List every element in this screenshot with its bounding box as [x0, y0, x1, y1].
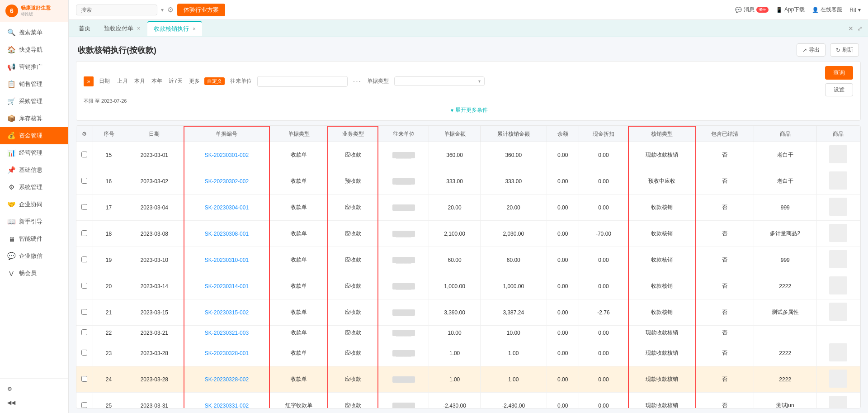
th-settings[interactable]: ⚙: [76, 126, 93, 142]
sidebar-bottom-settings[interactable]: ⚙: [0, 382, 68, 396]
cell-checkbox-7[interactable]: [76, 326, 93, 340]
table-row: 18 2023-03-08 SK-20230308-001 收款单 应收款 ██…: [76, 221, 860, 247]
filter-date-7days[interactable]: 近7天: [167, 76, 184, 86]
topbar-gear-icon[interactable]: ⚙: [167, 5, 174, 14]
filter-expand-icon[interactable]: »: [84, 76, 94, 86]
filter-unit-dots[interactable]: ···: [353, 77, 362, 85]
bill-no-link-3[interactable]: SK-20230308-001: [205, 231, 249, 237]
sidebar-item-member[interactable]: V畅会员: [0, 265, 68, 282]
sidebar-item-sales[interactable]: 📋销售管理: [0, 76, 68, 93]
sidebar-item-quick-nav[interactable]: 🏠快捷导航: [0, 41, 68, 58]
cell-billno-5[interactable]: SK-20230314-001: [184, 273, 269, 299]
tab-expand-btn[interactable]: ⤢: [857, 25, 863, 32]
bill-no-link-1[interactable]: SK-20230302-002: [205, 178, 249, 185]
cell-checkbox-10[interactable]: [76, 393, 93, 409]
industry-solution-button[interactable]: 体验行业方案: [177, 4, 225, 16]
filter-date-more[interactable]: 更多: [187, 76, 202, 86]
cell-checkbox-1[interactable]: [76, 168, 93, 195]
bill-no-link-9[interactable]: SK-20230328-002: [205, 376, 249, 383]
cell-billno-0[interactable]: SK-20230301-002: [184, 142, 269, 168]
cell-checkbox-3[interactable]: [76, 221, 93, 247]
sidebar-item-purchase[interactable]: 🛒采购管理: [0, 93, 68, 110]
row-checkbox-2[interactable]: [81, 204, 87, 210]
row-checkbox-0[interactable]: [81, 152, 87, 157]
sidebar-item-guide[interactable]: 📖新手引导: [0, 213, 68, 230]
row-checkbox-1[interactable]: [81, 178, 87, 184]
th-bill-type: 单据类型: [269, 126, 328, 142]
bill-no-link-10[interactable]: SK-20230331-002: [205, 403, 249, 409]
cell-goods-2: 999: [754, 195, 816, 221]
cell-billno-3[interactable]: SK-20230308-001: [184, 221, 269, 247]
expand-more-btn[interactable]: ▾ 展开更多条件: [84, 104, 853, 116]
cell-unit-6: ████: [378, 299, 429, 326]
sidebar-item-search[interactable]: 🔍搜索菜单: [0, 24, 68, 41]
tab-prepay-close[interactable]: ×: [137, 25, 140, 32]
sidebar-item-finance[interactable]: 💰资金管理: [0, 127, 68, 144]
bill-no-link-0[interactable]: SK-20230301-002: [205, 152, 249, 158]
cell-checkbox-0[interactable]: [76, 142, 93, 168]
sidebar-label-basic: 基础信息: [19, 166, 42, 174]
filter-date-cur-month[interactable]: 本月: [132, 76, 147, 86]
sidebar-item-system[interactable]: ⚙系统管理: [0, 179, 68, 196]
cell-checkbox-2[interactable]: [76, 195, 93, 221]
topbar-online-service[interactable]: 👤 在线客服: [812, 6, 842, 14]
cell-billno-8[interactable]: SK-20230328-001: [184, 340, 269, 366]
cell-billno-7[interactable]: SK-20230321-003: [184, 326, 269, 340]
bill-no-link-8[interactable]: SK-20230328-001: [205, 350, 249, 356]
export-button[interactable]: ↗ 导出: [797, 43, 826, 57]
filter-date-cur-year[interactable]: 本年: [150, 76, 164, 86]
sidebar-bottom-collapse[interactable]: ◀◀: [0, 396, 68, 409]
row-checkbox-6[interactable]: [81, 309, 87, 315]
sidebar-item-marketing[interactable]: 📢营销推广: [0, 58, 68, 76]
topbar-search-input[interactable]: [76, 5, 157, 15]
sidebar-item-hardware[interactable]: 🖥智能硬件: [0, 230, 68, 247]
cell-checkbox-9[interactable]: [76, 366, 93, 393]
topbar-arrow-icon[interactable]: ▾: [161, 7, 164, 13]
sidebar-item-enterprise[interactable]: 🤝企业协同: [0, 196, 68, 213]
sidebar-item-operation[interactable]: 📊经营管理: [0, 144, 68, 161]
tab-home[interactable]: 首页: [72, 22, 97, 35]
bill-no-link-5[interactable]: SK-20230314-001: [205, 283, 249, 290]
sidebar-item-inventory[interactable]: 📦库存核算: [0, 110, 68, 127]
filter-date-custom[interactable]: 自定义: [204, 77, 225, 85]
bill-no-link-6[interactable]: SK-20230315-002: [205, 309, 249, 316]
bill-no-link-4[interactable]: SK-20230310-001: [205, 257, 249, 263]
tab-collection[interactable]: 收款核销执行 ×: [147, 21, 202, 36]
row-checkbox-7[interactable]: [81, 329, 87, 335]
cell-checkbox-5[interactable]: [76, 273, 93, 299]
cell-cashdiscount-2: 0.00: [579, 195, 628, 221]
cell-checkbox-4[interactable]: [76, 247, 93, 273]
row-checkbox-4[interactable]: [81, 256, 87, 262]
tab-close-btn[interactable]: ✕: [848, 25, 854, 32]
topbar-user[interactable]: Rit ▾: [849, 7, 861, 13]
row-checkbox-10[interactable]: [81, 402, 87, 408]
cell-billno-2[interactable]: SK-20230304-001: [184, 195, 269, 221]
filter-unit-input[interactable]: [257, 76, 348, 87]
cell-checkbox-6[interactable]: [76, 299, 93, 326]
filter-bill-type-select[interactable]: ▾: [394, 76, 485, 86]
row-checkbox-9[interactable]: [81, 376, 87, 382]
bill-no-link-7[interactable]: SK-20230321-003: [205, 330, 249, 336]
row-checkbox-5[interactable]: [81, 283, 87, 289]
topbar-message[interactable]: 💬 消息 99+: [735, 6, 769, 14]
setting-button[interactable]: 设置: [825, 83, 853, 96]
sidebar-label-search: 搜索菜单: [19, 28, 42, 37]
filter-date-prev-month[interactable]: 上月: [115, 76, 130, 86]
topbar-app-download[interactable]: 📱 App下载: [776, 6, 805, 14]
cell-billno-6[interactable]: SK-20230315-002: [184, 299, 269, 326]
query-button[interactable]: 查询: [825, 66, 853, 80]
bill-no-link-2[interactable]: SK-20230304-001: [205, 204, 249, 211]
refresh-button[interactable]: ↻ 刷新: [830, 43, 859, 57]
cell-billno-9[interactable]: SK-20230328-002: [184, 366, 269, 393]
tab-collection-close[interactable]: ×: [193, 26, 196, 32]
cell-billno-1[interactable]: SK-20230302-002: [184, 168, 269, 195]
row-checkbox-8[interactable]: [81, 350, 87, 356]
cell-billno-4[interactable]: SK-20230310-001: [184, 247, 269, 273]
sidebar-item-wechat[interactable]: 💬企业微信: [0, 247, 68, 265]
tab-prepay[interactable]: 预收应付单 ×: [98, 22, 146, 35]
cell-checkbox-8[interactable]: [76, 340, 93, 366]
row-checkbox-3[interactable]: [81, 230, 87, 236]
cell-goods-0: 老白干: [754, 142, 816, 168]
cell-billno-10[interactable]: SK-20230331-002: [184, 393, 269, 409]
sidebar-item-basic[interactable]: 📌基础信息: [0, 161, 68, 179]
